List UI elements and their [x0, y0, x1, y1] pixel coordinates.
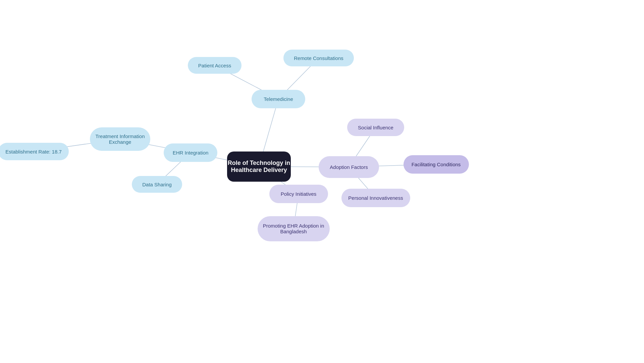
facilitating-conditions-label: Facilitating Conditions — [412, 162, 461, 167]
promoting-ehr-label: Promoting EHR Adoption in Bangladesh — [263, 223, 324, 234]
data-sharing-node[interactable]: Data Sharing — [132, 176, 182, 193]
patient-access-label: Patient Access — [198, 63, 231, 68]
adoption-factors-node[interactable]: Adoption Factors — [319, 156, 379, 178]
facilitating-conditions-node[interactable]: Facilitating Conditions — [404, 155, 469, 174]
ehr-integration-label: EHR Integration — [173, 150, 209, 156]
promoting-ehr-node[interactable]: Promoting EHR Adoption in Bangladesh — [258, 216, 330, 241]
social-influence-node[interactable]: Social Influence — [347, 119, 404, 136]
treatment-info-node[interactable]: Treatment Information Exchange — [90, 127, 150, 151]
establishment-rate-node[interactable]: Establishment Rate: 18.7 — [0, 143, 69, 160]
data-sharing-label: Data Sharing — [142, 182, 172, 187]
policy-initiatives-node[interactable]: Policy Initiatives — [269, 185, 328, 203]
adoption-factors-label: Adoption Factors — [330, 164, 368, 170]
social-influence-label: Social Influence — [358, 125, 393, 130]
central-label: Role of Technology in Healthcare Deliver… — [228, 160, 290, 174]
personal-innovativeness-label: Personal Innovativeness — [348, 195, 403, 201]
remote-consultations-label: Remote Consultations — [294, 55, 343, 61]
central-node[interactable]: Role of Technology in Healthcare Deliver… — [227, 152, 291, 182]
telemedicine-node[interactable]: Telemedicine — [252, 90, 305, 108]
remote-consultations-node[interactable]: Remote Consultations — [283, 50, 354, 66]
patient-access-node[interactable]: Patient Access — [188, 57, 241, 74]
ehr-integration-node[interactable]: EHR Integration — [164, 143, 217, 162]
treatment-info-label: Treatment Information Exchange — [95, 133, 145, 145]
establishment-rate-label: Establishment Rate: 18.7 — [5, 149, 62, 155]
personal-innovativeness-node[interactable]: Personal Innovativeness — [341, 189, 410, 207]
policy-initiatives-label: Policy Initiatives — [281, 191, 317, 197]
telemedicine-label: Telemedicine — [264, 96, 293, 102]
